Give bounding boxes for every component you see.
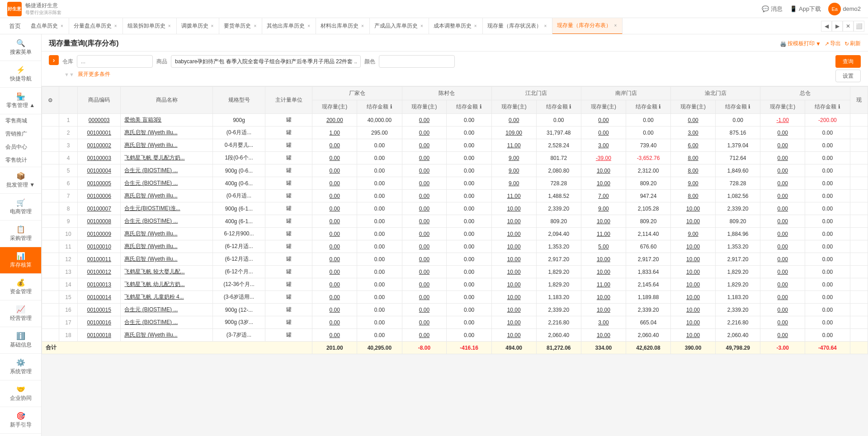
row-zongCang-qty[interactable]: 0.00 bbox=[760, 253, 805, 266]
row-changjiaCun-qty[interactable]: 0.00 bbox=[312, 278, 357, 291]
sidebar-item-marketing[interactable]: 营销推广 bbox=[0, 127, 41, 141]
row-code[interactable]: 00100009 bbox=[78, 228, 121, 240]
row-jiangBei-qty[interactable]: 10.00 bbox=[491, 266, 536, 278]
tab-pandian[interactable]: 盘点单历史 × bbox=[26, 18, 69, 34]
row-jiangBei-qty[interactable]: 10.00 bbox=[491, 278, 536, 291]
tab-close-liaoliaochuku[interactable]: × bbox=[360, 23, 365, 29]
sidebar-item-management[interactable]: 📈 经营管理 bbox=[0, 300, 41, 327]
tab-chengben[interactable]: 成本调整单历史 × bbox=[429, 18, 483, 34]
row-code[interactable]: 00100015 bbox=[78, 304, 121, 316]
row-name[interactable]: 惠氏启智 (Wyeth illu... bbox=[121, 329, 213, 342]
row-zongCang-qty[interactable]: 0.00 bbox=[760, 316, 805, 329]
row-chenCun-qty[interactable]: 0.00 bbox=[402, 190, 447, 202]
tab-qitachuku[interactable]: 其他出库单历史 × bbox=[262, 18, 316, 34]
row-changjiaCun-qty[interactable]: 0.00 bbox=[312, 266, 357, 278]
sidebar-item-ecommerce[interactable]: 🛒 电商管理 bbox=[0, 194, 41, 220]
row-nanAn-qty[interactable]: 10.00 bbox=[581, 266, 626, 278]
row-yuBei-qty[interactable]: 10.00 bbox=[671, 329, 716, 342]
row-code[interactable]: 00100008 bbox=[78, 215, 121, 228]
row-yuBei-qty[interactable]: 8.00 bbox=[671, 164, 716, 177]
row-jiangBei-qty[interactable]: 109.00 bbox=[491, 127, 536, 139]
tab-fenliang[interactable]: 分量盘点单历史 × bbox=[69, 18, 123, 34]
tab-next-btn[interactable]: ▶ bbox=[832, 21, 843, 32]
tab-close-yaohuo[interactable]: × bbox=[253, 23, 257, 29]
sidebar-item-retail-stats[interactable]: 零售统计 bbox=[0, 154, 41, 167]
row-chenCun-qty[interactable]: 0.00 bbox=[402, 266, 447, 278]
row-zongCang-qty[interactable]: 0.00 bbox=[760, 139, 805, 152]
row-yuBei-qty[interactable]: 10.00 bbox=[671, 215, 716, 228]
row-nanAn-qty[interactable]: 0.00 bbox=[581, 114, 626, 127]
tab-xiancunliang-status[interactable]: 现存量（库存状况表） × bbox=[483, 18, 553, 34]
row-yuBei-qty[interactable]: 10.00 bbox=[671, 240, 716, 253]
sidebar-item-wholesale[interactable]: 📦 批发管理 ▼ bbox=[0, 167, 41, 194]
row-changjiaCun-qty[interactable]: 0.00 bbox=[312, 152, 357, 164]
row-name[interactable]: 飞鹤星飞帆 儿童奶粉 4... bbox=[121, 291, 213, 304]
row-name[interactable]: 惠氏启智 (Wyeth illu... bbox=[121, 190, 213, 202]
row-zongCang-qty[interactable]: 0.00 bbox=[760, 278, 805, 291]
row-yuBei-qty[interactable]: 10.00 bbox=[671, 253, 716, 266]
row-zongCang-qty[interactable]: 0.00 bbox=[760, 329, 805, 342]
row-chenCun-qty[interactable]: 0.00 bbox=[402, 228, 447, 240]
row-changjiaCun-qty[interactable]: 0.00 bbox=[312, 139, 357, 152]
row-yuBei-qty[interactable]: 10.00 bbox=[671, 304, 716, 316]
tab-close-all-btn[interactable]: ✕ bbox=[843, 21, 854, 32]
row-name[interactable]: 惠氏启智 (Wyeth illu... bbox=[121, 240, 213, 253]
tab-expand-btn[interactable]: ⬜ bbox=[854, 21, 864, 32]
tab-close-zuzhuang[interactable]: × bbox=[167, 23, 172, 29]
row-chenCun-qty[interactable]: 0.00 bbox=[402, 291, 447, 304]
sidebar-item-basic[interactable]: ℹ️ 基础信息 bbox=[0, 327, 41, 354]
row-chenCun-qty[interactable]: 0.00 bbox=[402, 114, 447, 127]
row-chenCun-qty[interactable]: 0.00 bbox=[402, 253, 447, 266]
sidebar-item-collab[interactable]: 🤝 企业协同 bbox=[0, 380, 41, 407]
row-changjiaCun-qty[interactable]: 0.00 bbox=[312, 228, 357, 240]
message-btn[interactable]: 💬 消息 bbox=[762, 5, 783, 13]
th-settings[interactable]: ⚙ bbox=[42, 87, 59, 114]
row-chenCun-qty[interactable]: 0.00 bbox=[402, 240, 447, 253]
row-zongCang-qty[interactable]: 0.00 bbox=[760, 177, 805, 190]
row-name[interactable]: 飞鹤星飞帆 婴儿配方奶... bbox=[121, 152, 213, 164]
tab-close-chengben[interactable]: × bbox=[473, 23, 478, 29]
row-jiangBei-qty[interactable]: 10.00 bbox=[491, 316, 536, 329]
row-jiangBei-qty[interactable]: 10.00 bbox=[491, 215, 536, 228]
app-download-btn[interactable]: 📱 App下载 bbox=[790, 5, 821, 13]
row-name[interactable]: 合生元(BIOSTIME)淮... bbox=[121, 202, 213, 215]
query-btn[interactable]: 查询 bbox=[835, 55, 861, 68]
row-changjiaCun-qty[interactable]: 0.00 bbox=[312, 202, 357, 215]
row-zongCang-qty[interactable]: 0.00 bbox=[760, 228, 805, 240]
row-changjiaCun-qty[interactable]: 0.00 bbox=[312, 253, 357, 266]
expand-conditions-btn[interactable]: 展开更多条件 bbox=[78, 70, 110, 78]
row-name[interactable]: 合生元 (BIOSTIME) ... bbox=[121, 215, 213, 228]
row-changjiaCun-qty[interactable]: 0.00 bbox=[312, 291, 357, 304]
row-nanAn-qty[interactable]: 11.00 bbox=[581, 278, 626, 291]
row-nanAn-qty[interactable]: 7.00 bbox=[581, 190, 626, 202]
filter-toggle-btn[interactable]: › bbox=[49, 55, 59, 65]
row-name[interactable]: 惠氏启智 (Wyeth illu... bbox=[121, 127, 213, 139]
row-nanAn-qty[interactable]: 11.00 bbox=[581, 228, 626, 240]
tab-prev-btn[interactable]: ◀ bbox=[821, 21, 832, 32]
row-jiangBei-qty[interactable]: 10.00 bbox=[491, 202, 536, 215]
row-name[interactable]: 爱他美 盲箱3段 bbox=[121, 114, 213, 127]
row-code[interactable]: 00100011 bbox=[78, 253, 121, 266]
row-code[interactable]: 00100007 bbox=[78, 202, 121, 215]
row-changjiaCun-qty[interactable]: 0.00 bbox=[312, 190, 357, 202]
row-yuBei-qty[interactable]: 10.00 bbox=[671, 316, 716, 329]
row-zongCang-qty[interactable]: 0.00 bbox=[760, 291, 805, 304]
row-yuBei-qty[interactable]: 9.00 bbox=[671, 228, 716, 240]
sidebar-item-quicknav[interactable]: ⚡ 快捷导航 bbox=[0, 61, 41, 88]
row-zongCang-qty[interactable]: -1.00 bbox=[760, 114, 805, 127]
row-name[interactable]: 合生元 (BIOSTIME) ... bbox=[121, 177, 213, 190]
row-zongCang-qty[interactable]: 0.00 bbox=[760, 304, 805, 316]
row-jiangBei-qty[interactable]: 10.00 bbox=[491, 240, 536, 253]
row-name[interactable]: 合生元 (BIOSTIME) ... bbox=[121, 316, 213, 329]
row-name[interactable]: 合生元 (BIOSTIME) ... bbox=[121, 304, 213, 316]
row-jiangBei-qty[interactable]: 9.00 bbox=[491, 152, 536, 164]
row-changjiaCun-qty[interactable]: 0.00 bbox=[312, 329, 357, 342]
tab-close-diaobo[interactable]: × bbox=[210, 23, 215, 29]
sidebar-item-finance[interactable]: 💰 资金管理 bbox=[0, 274, 41, 300]
warehouse-input[interactable] bbox=[77, 55, 153, 68]
sidebar-item-retail[interactable]: 🏪 零售管理 ▲ bbox=[0, 88, 41, 114]
row-chenCun-qty[interactable]: 0.00 bbox=[402, 329, 447, 342]
sidebar-item-appcenter[interactable]: 🔧 应用中心 bbox=[0, 434, 41, 436]
row-chenCun-qty[interactable]: 0.00 bbox=[402, 152, 447, 164]
row-nanAn-qty[interactable]: 9.00 bbox=[581, 202, 626, 215]
